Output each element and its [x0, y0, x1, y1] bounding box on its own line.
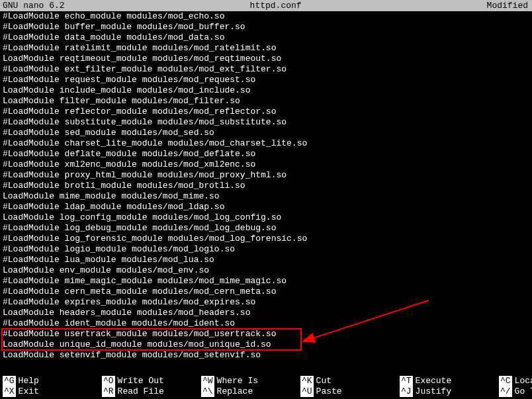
- shortcut-label: Exit: [19, 386, 39, 397]
- editor-line[interactable]: #LoadModule buffer_module modules/mod_bu…: [3, 22, 529, 32]
- app-name: GNU nano 6.2: [0, 0, 65, 11]
- titlebar: GNU nano 6.2 httpd.conf Modified: [0, 0, 532, 11]
- shortcut-key: ^X: [3, 386, 16, 397]
- shortcut-item[interactable]: ^UPaste: [300, 386, 393, 397]
- shortcut-row-2: ^XExit^RRead File^\Replace^UPaste^JJusti…: [3, 386, 529, 397]
- editor-line[interactable]: #LoadModule charset_lite_module modules/…: [3, 138, 529, 149]
- editor-line[interactable]: LoadModule include_module modules/mod_in…: [3, 85, 529, 96]
- editor-line[interactable]: #LoadModule sed_module modules/mod_sed.s…: [3, 128, 529, 138]
- filename: httpd.conf: [65, 0, 487, 11]
- editor-line[interactable]: #LoadModule log_forensic_module modules/…: [3, 234, 529, 244]
- editor-content[interactable]: #LoadModule echo_module modules/mod_echo…: [0, 11, 532, 361]
- editor-line[interactable]: #LoadModule deflate_module modules/mod_d…: [3, 149, 529, 159]
- editor-line[interactable]: LoadModule filter_module modules/mod_fil…: [3, 96, 529, 107]
- shortcut-key: ^J: [400, 386, 413, 397]
- shortcut-item[interactable]: ^CLocation: [499, 376, 532, 386]
- shortcut-label: Cut: [316, 376, 332, 386]
- shortcut-label: Where Is: [217, 376, 258, 386]
- modified-status: Modified: [487, 0, 532, 11]
- editor-line[interactable]: LoadModule reqtimeout_module modules/mod…: [3, 54, 529, 64]
- editor-line[interactable]: #LoadModule reflector_module modules/mod…: [3, 107, 529, 117]
- editor-line[interactable]: #LoadModule expires_module modules/mod_e…: [3, 297, 529, 308]
- shortcut-key: ^\: [201, 386, 214, 397]
- shortcut-key: ^R: [102, 386, 115, 397]
- shortcut-key: ^K: [300, 376, 314, 386]
- editor-line[interactable]: #LoadModule data_module modules/mod_data…: [3, 32, 529, 43]
- shortcut-label: Replace: [217, 386, 253, 397]
- editor-line[interactable]: #LoadModule ident_module modules/mod_ide…: [3, 318, 529, 329]
- editor-line[interactable]: LoadModule log_config_module modules/mod…: [3, 212, 529, 223]
- editor-line[interactable]: #LoadModule lua_module modules/mod_lua.s…: [3, 255, 529, 265]
- editor-line[interactable]: #LoadModule request_module modules/mod_r…: [3, 75, 529, 85]
- editor-line[interactable]: LoadModule headers_module modules/mod_he…: [3, 308, 529, 318]
- shortcut-item[interactable]: ^JJustify: [400, 386, 492, 397]
- editor-line[interactable]: #LoadModule mime_magic_module modules/mo…: [3, 276, 529, 287]
- editor-line[interactable]: #LoadModule xml2enc_module modules/mod_x…: [3, 159, 529, 170]
- editor-line[interactable]: #LoadModule usertrack_module modules/mod…: [3, 329, 529, 339]
- shortcut-item[interactable]: ^KCut: [300, 376, 393, 386]
- shortcut-item[interactable]: ^WWhere Is: [201, 376, 294, 386]
- editor-line[interactable]: #LoadModule substitute_module modules/mo…: [3, 117, 529, 128]
- shortcut-bar: ^GHelp^OWrite Out^WWhere Is^KCut^TExecut…: [0, 376, 532, 397]
- shortcut-key: ^/: [499, 386, 512, 397]
- shortcut-label: Location: [515, 376, 532, 386]
- shortcut-key: ^G: [3, 376, 16, 386]
- editor-line[interactable]: #LoadModule log_debug_module modules/mod…: [3, 223, 529, 234]
- shortcut-item[interactable]: ^\Replace: [201, 386, 294, 397]
- editor-line[interactable]: #LoadModule ratelimit_module modules/mod…: [3, 43, 529, 54]
- editor-line[interactable]: #LoadModule ext_filter_module modules/mo…: [3, 64, 529, 75]
- shortcut-item[interactable]: ^RRead File: [102, 386, 195, 397]
- shortcut-item[interactable]: ^/Go To Line: [499, 386, 532, 397]
- editor-line[interactable]: #LoadModule echo_module modules/mod_echo…: [3, 11, 529, 22]
- shortcut-label: Go To Line: [515, 386, 532, 397]
- shortcut-label: Read File: [118, 386, 164, 397]
- editor-line[interactable]: LoadModule env_module modules/mod_env.so: [3, 265, 529, 276]
- shortcut-item[interactable]: ^XExit: [3, 386, 95, 397]
- shortcut-label: Write Out: [118, 376, 164, 386]
- shortcut-item[interactable]: ^GHelp: [3, 376, 95, 386]
- shortcut-key: ^C: [499, 376, 512, 386]
- editor-line[interactable]: #LoadModule proxy_html_module modules/mo…: [3, 170, 529, 181]
- editor-line[interactable]: #LoadModule brotli_module modules/mod_br…: [3, 181, 529, 191]
- editor-line[interactable]: LoadModule unique_id_module modules/mod_…: [3, 339, 529, 350]
- editor-line[interactable]: #LoadModule logio_module modules/mod_log…: [3, 244, 529, 255]
- shortcut-label: Justify: [416, 386, 452, 397]
- editor-line[interactable]: LoadModule mime_module modules/mod_mime.…: [3, 191, 529, 202]
- shortcut-item[interactable]: ^OWrite Out: [102, 376, 195, 386]
- shortcut-label: Execute: [416, 376, 452, 386]
- shortcut-key: ^W: [201, 376, 214, 386]
- shortcut-key: ^O: [102, 376, 115, 386]
- shortcut-label: Paste: [316, 386, 342, 397]
- shortcut-item[interactable]: ^TExecute: [400, 376, 492, 386]
- shortcut-key: ^U: [300, 386, 314, 397]
- shortcut-row-1: ^GHelp^OWrite Out^WWhere Is^KCut^TExecut…: [3, 376, 529, 386]
- shortcut-key: ^T: [400, 376, 413, 386]
- editor-line[interactable]: #LoadModule cern_meta_module modules/mod…: [3, 287, 529, 297]
- editor-line[interactable]: #LoadModule ldap_module modules/mod_ldap…: [3, 202, 529, 212]
- editor-line[interactable]: LoadModule setenvif_module modules/mod_s…: [3, 350, 529, 361]
- shortcut-label: Help: [19, 376, 39, 386]
